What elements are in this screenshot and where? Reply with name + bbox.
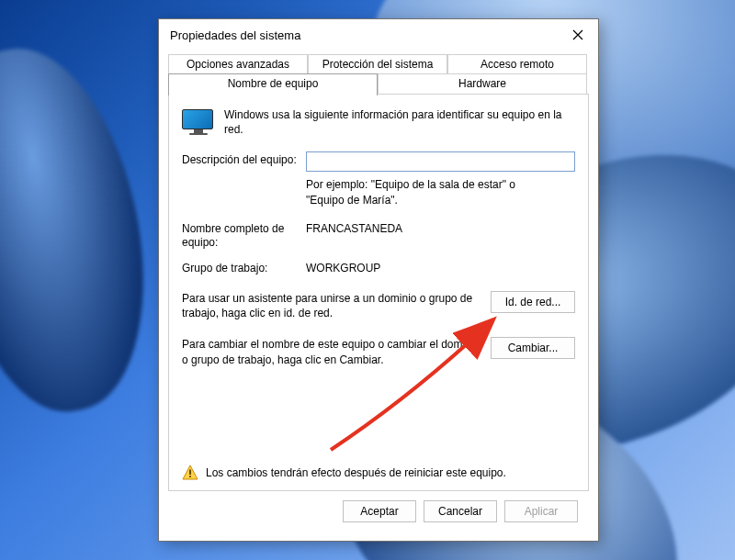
svg-rect-1 [189,476,191,477]
tab-remote-access[interactable]: Acceso remoto [447,54,587,74]
description-example: Por ejemplo: "Equipo de la sala de estar… [306,177,575,207]
fullname-value: FRANCASTANEDA [306,220,575,235]
workgroup-label: Grupo de trabajo: [182,260,306,274]
workgroup-value: WORKGROUP [306,260,575,274]
cancel-button[interactable]: Cancelar [424,500,497,522]
dialog-buttons: Aceptar Cancelar Aplicar [168,491,589,532]
tabstrip: Opciones avanzadas Protección del sistem… [168,54,589,95]
dialog-title: Propiedades del sistema [170,28,300,42]
restart-notice: Los cambios tendrán efecto después de re… [206,466,506,479]
apply-button[interactable]: Aplicar [504,500,578,522]
tab-advanced-options[interactable]: Opciones avanzadas [168,54,308,74]
close-icon[interactable] [565,24,591,46]
description-input[interactable] [306,151,575,172]
monitor-icon [182,109,215,137]
network-id-button[interactable]: Id. de red... [491,291,575,313]
description-label: Descripción del equipo: [182,151,306,166]
tab-computer-name[interactable]: Nombre de equipo [168,73,378,95]
titlebar[interactable]: Propiedades del sistema [159,19,598,50]
tab-system-protection[interactable]: Protección del sistema [308,54,447,74]
fullname-label: Nombre completo de equipo: [182,220,306,251]
svg-rect-0 [189,470,191,476]
change-description: Para cambiar el nombre de este equipo o … [182,337,481,366]
warning-icon [182,465,198,481]
ok-button[interactable]: Aceptar [343,500,416,522]
change-button[interactable]: Cambiar... [491,337,575,359]
tab-hardware[interactable]: Hardware [378,73,587,94]
network-id-description: Para usar un asistente para unirse a un … [182,291,481,320]
tab-panel-computer-name: Windows usa la siguiente información par… [168,94,589,491]
system-properties-dialog: Propiedades del sistema Opciones avanzad… [158,18,599,542]
intro-text: Windows usa la siguiente información par… [224,107,575,137]
